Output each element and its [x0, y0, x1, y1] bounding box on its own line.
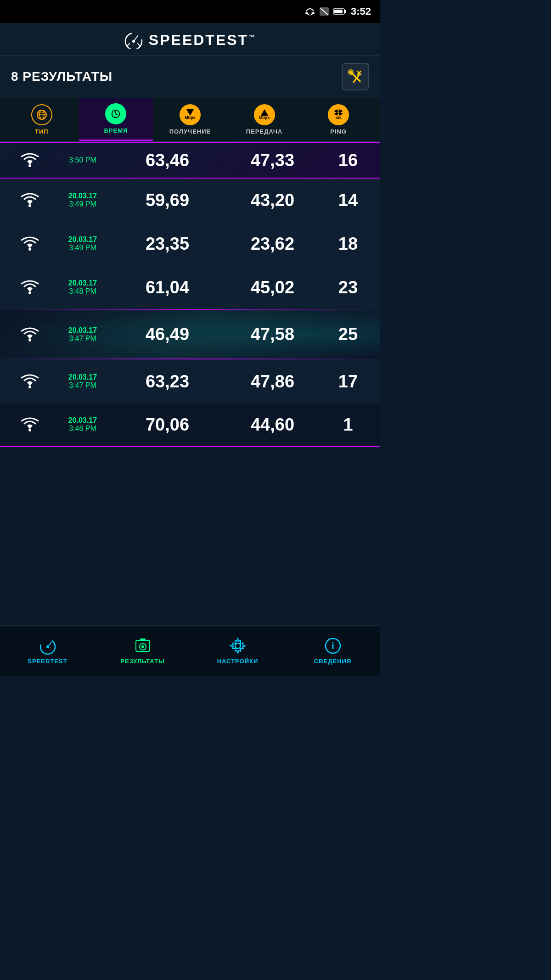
row-upload-0: 47,33	[220, 151, 325, 170]
settings-button[interactable]	[342, 63, 369, 90]
wifi-icon	[19, 235, 41, 252]
globe-icon	[36, 109, 47, 120]
svg-point-34	[28, 386, 31, 388]
svg-point-33	[28, 339, 31, 342]
row-download-2: 23,35	[115, 234, 220, 254]
wifi-icon	[19, 152, 41, 168]
wifi-icon	[19, 416, 41, 433]
row-upload-2: 23,62	[220, 234, 325, 254]
col-header-ping[interactable]: ms PING	[301, 98, 376, 141]
svg-point-38	[46, 645, 49, 648]
row-date-1: 20.03.17	[68, 192, 97, 200]
row-download-0: 63,46	[115, 151, 220, 170]
app-header: SPEEDTEST™	[0, 23, 380, 56]
row-upload-6: 44,60	[220, 415, 325, 435]
results-nav-icon	[134, 637, 152, 655]
row-date-2: 20.03.17	[68, 235, 97, 244]
row-ping-1: 14	[325, 190, 371, 210]
signal-icon	[320, 7, 329, 16]
row-upload-1: 43,20	[220, 190, 325, 210]
col-label-type: ТИП	[35, 128, 49, 135]
results-title: 8 РЕЗУЛЬТАТЫ	[11, 69, 112, 84]
row-upload-4: 47,58	[220, 325, 325, 344]
row-download-5: 63,23	[115, 372, 220, 392]
row-download-4: 46,49	[115, 325, 220, 344]
row-type-0	[9, 152, 51, 168]
row-ping-3: 23	[325, 278, 371, 297]
svg-marker-27	[334, 109, 343, 113]
logo-text: SPEEDTEST™	[149, 32, 256, 49]
row-upload-3: 45,02	[220, 278, 325, 297]
result-row[interactable]: 20.03.17 3:47 PM 63,23 47,86 17	[0, 360, 380, 403]
svg-point-29	[28, 164, 31, 167]
clock-icon	[111, 109, 121, 119]
status-time: 3:52	[351, 6, 371, 17]
result-row[interactable]: 20.03.17 3:48 PM 61,04 45,02 23	[0, 266, 380, 309]
svg-marker-0	[310, 11, 315, 16]
col-header-upload[interactable]: Mbps ПЕРЕДАЧА	[227, 98, 302, 141]
result-row[interactable]: 20.03.17 3:49 PM 59,69 43,20 14	[0, 179, 380, 222]
result-row[interactable]: 3:50 PM 63,46 47,33 16	[0, 142, 380, 179]
row-ping-4: 25	[325, 325, 371, 344]
speedtest-logo: SPEEDTEST™	[0, 31, 380, 49]
time-icon	[105, 103, 126, 124]
row-download-6: 70,06	[115, 415, 220, 435]
svg-marker-1	[305, 11, 310, 16]
row-time-value-0: 3:50 PM	[69, 156, 96, 164]
column-headers: ТИП ВРЕМЯ Mbps ПОЛУЧЕНИЕ	[0, 98, 380, 142]
col-label-ping: PING	[330, 128, 347, 135]
wifi-icon	[19, 326, 41, 343]
svg-point-32	[28, 291, 31, 294]
wifi-icon	[19, 373, 41, 390]
settings-nav-icon	[229, 637, 247, 655]
wrench-icon	[347, 68, 364, 85]
row-upload-5: 47,86	[220, 372, 325, 392]
row-ping-2: 18	[325, 234, 371, 254]
nav-item-settings[interactable]: НАСТРОЙКИ	[190, 631, 285, 670]
wifi-icon	[19, 192, 41, 208]
nav-item-speedtest[interactable]: SPEEDTEST	[0, 631, 95, 670]
row-download-3: 61,04	[115, 278, 220, 297]
row-type-2	[9, 235, 51, 252]
bottom-nav: SPEEDTEST РЕЗУЛЬТАТЫ НАСТРОЙКИ i СВЕДЕНИ…	[0, 625, 380, 676]
result-row[interactable]: 20.03.17 3:46 PM 70,06 44,60 1	[0, 403, 380, 447]
col-label-time: ВРЕМЯ	[104, 127, 128, 134]
row-date-3: 20.03.17	[68, 279, 97, 287]
row-type-1	[9, 192, 51, 208]
col-header-download[interactable]: Mbps ПОЛУЧЕНИЕ	[153, 98, 227, 141]
row-date-6: 20.03.17	[68, 416, 97, 425]
svg-rect-42	[140, 638, 146, 641]
results-list: 3:50 PM 63,46 47,33 16 20.03.17 3:49 PM …	[0, 142, 380, 447]
row-type-3	[9, 279, 51, 296]
nav-item-info[interactable]: i СВЕДЕНИЯ	[285, 631, 380, 670]
row-time-value-4: 3:47 PM	[69, 335, 96, 343]
row-time-value-6: 3:46 PM	[69, 425, 96, 433]
svg-marker-25	[186, 109, 194, 116]
row-time-4: 20.03.17 3:47 PM	[51, 326, 115, 343]
svg-point-35	[28, 429, 31, 431]
row-time-5: 20.03.17 3:47 PM	[51, 373, 115, 390]
arrows-icon	[334, 109, 343, 116]
row-download-1: 59,69	[115, 190, 220, 210]
svg-marker-26	[261, 109, 268, 116]
col-header-time[interactable]: ВРЕМЯ	[79, 98, 153, 141]
svg-point-31	[28, 248, 31, 251]
row-time-3: 20.03.17 3:48 PM	[51, 279, 115, 296]
status-bar: 3:52	[0, 0, 380, 23]
result-row[interactable]: 20.03.17 3:47 PM 46,49 47,58 25	[0, 309, 380, 360]
ping-icon: ms	[328, 104, 349, 125]
download-icon: Mbps	[180, 104, 201, 125]
status-icons: 3:52	[305, 6, 371, 17]
svg-point-30	[28, 204, 31, 207]
wifi-status-icon	[305, 7, 315, 16]
nav-label-results: РЕЗУЛЬТАТЫ	[120, 658, 164, 665]
row-time-value-1: 3:49 PM	[69, 200, 96, 208]
nav-item-results[interactable]: РЕЗУЛЬТАТЫ	[95, 631, 190, 670]
speedometer-logo-icon	[124, 31, 143, 49]
down-arrow-icon	[186, 109, 194, 116]
svg-rect-5	[344, 10, 346, 13]
nav-label-info: СВЕДЕНИЯ	[314, 658, 351, 665]
col-header-type[interactable]: ТИП	[5, 98, 79, 141]
result-row[interactable]: 20.03.17 3:49 PM 23,35 23,62 18	[0, 222, 380, 266]
row-time-value-2: 3:49 PM	[69, 244, 96, 252]
